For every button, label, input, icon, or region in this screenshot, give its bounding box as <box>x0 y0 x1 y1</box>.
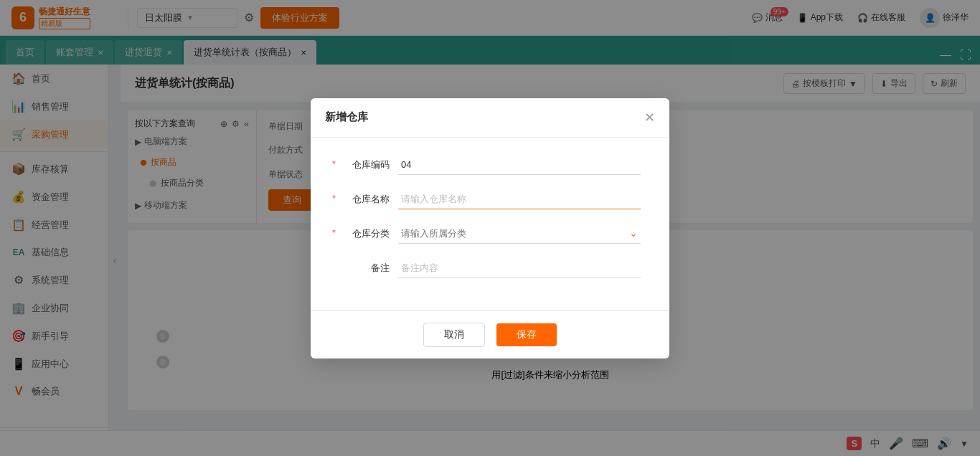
modal-header: 新增仓库 ✕ <box>311 98 669 138</box>
modal-close-button[interactable]: ✕ <box>644 110 655 125</box>
cancel-button[interactable]: 取消 <box>423 323 485 347</box>
modal-title: 新增仓库 <box>325 110 368 124</box>
modal-body: 仓库编码 仓库名称 仓库分类 ⌄ 备注 <box>311 138 669 310</box>
form-row-category: 仓库分类 ⌄ <box>339 224 641 244</box>
code-label: 仓库编码 <box>339 158 390 171</box>
form-row-code: 仓库编码 <box>339 155 641 175</box>
category-arrow-icon: ⌄ <box>629 227 641 239</box>
category-select-row: ⌄ <box>398 224 641 244</box>
form-row-remark: 备注 <box>339 258 641 278</box>
remark-label: 备注 <box>339 262 390 275</box>
modal-footer: 取消 保存 <box>311 310 669 358</box>
remark-input[interactable] <box>398 258 641 278</box>
category-input[interactable] <box>398 224 629 243</box>
modal-overlay: 新增仓库 ✕ 仓库编码 仓库名称 仓库分类 ⌄ <box>0 0 980 456</box>
name-label: 仓库名称 <box>339 193 390 206</box>
form-row-name: 仓库名称 <box>339 189 641 209</box>
category-label: 仓库分类 <box>339 227 390 240</box>
save-button[interactable]: 保存 <box>496 323 557 346</box>
modal-new-warehouse: 新增仓库 ✕ 仓库编码 仓库名称 仓库分类 ⌄ <box>311 98 669 358</box>
code-input[interactable] <box>398 155 641 175</box>
name-input[interactable] <box>398 189 641 209</box>
